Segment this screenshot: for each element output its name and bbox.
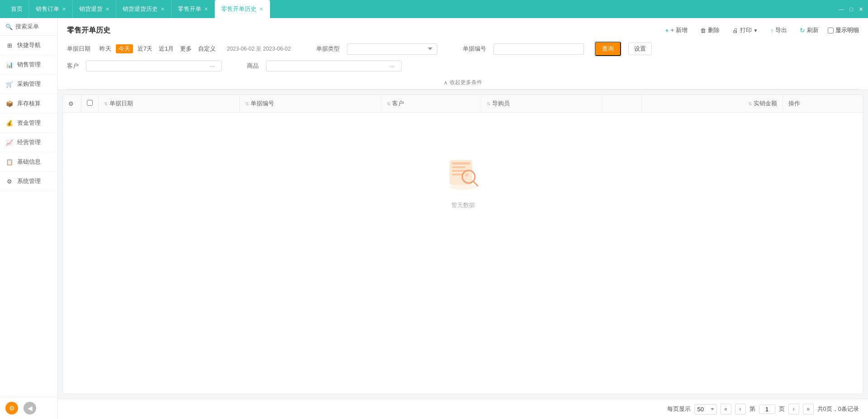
th-amount[interactable]: ⇅ 实销金额 — [641, 95, 783, 113]
type-filter-label: 单据类型 — [316, 45, 340, 53]
tab-retail-open-history[interactable]: 零售开单历史 ✕ — [215, 0, 270, 18]
date-more[interactable]: 更多 — [178, 44, 194, 53]
no-filter-input[interactable] — [493, 43, 584, 55]
collapse-label: 收起更多条件 — [450, 79, 482, 86]
empty-row: 暂无数据 — [63, 113, 863, 246]
delete-button[interactable]: 🗑 删除 — [697, 24, 723, 36]
date-custom[interactable]: 自定义 — [196, 44, 218, 53]
refresh-icon: ↻ — [800, 27, 805, 34]
display-checkbox[interactable] — [828, 28, 834, 33]
select-all-checkbox[interactable] — [87, 100, 93, 106]
display-toggle[interactable]: 显示明细 — [828, 26, 859, 34]
tab-sales-return-history-close[interactable]: ✕ — [161, 6, 165, 12]
type-filter-select[interactable] — [347, 43, 437, 55]
sidebar-item-operation-label: 经营管理 — [17, 138, 41, 146]
th-date[interactable]: ⇅ 单据日期 — [98, 95, 240, 113]
page-number-input[interactable] — [759, 405, 775, 414]
tab-sales-return-close[interactable]: ✕ — [105, 6, 109, 12]
tab-sales-order[interactable]: 销售订单 ✕ — [29, 0, 73, 18]
purchase-mgmt-icon: 🛒 — [5, 80, 14, 88]
last-page-button[interactable]: » — [803, 404, 814, 414]
th-checkbox[interactable] — [81, 95, 98, 113]
table-header-row: ⚙ ⇅ 单据日期 ⇅ — [63, 95, 863, 113]
tab-home[interactable]: 首页 — [5, 0, 29, 18]
sidebar-item-base-info[interactable]: 📋 基础信息 — [0, 152, 57, 172]
inventory-icon: 📦 — [5, 99, 14, 108]
sidebar-item-purchase-mgmt[interactable]: 🛒 采购管理 — [0, 75, 57, 94]
window-maximize[interactable]: □ — [849, 6, 853, 13]
table-settings-icon[interactable]: ⚙ — [68, 100, 74, 107]
tab-bar: 首页 销售订单 ✕ 销货退货 ✕ 销货退货历史 ✕ 零售开单 ✕ 零售开单历史 … — [0, 0, 868, 18]
goods-ellipsis[interactable]: ··· — [388, 62, 397, 70]
date-filter-label: 单据日期 — [67, 45, 90, 53]
add-button[interactable]: + + 新增 — [662, 24, 691, 36]
customer-filter-input[interactable] — [90, 63, 208, 70]
th-action: 操作 — [783, 95, 863, 113]
sidebar-item-inventory-label: 库存核算 — [17, 99, 41, 108]
sidebar-item-purchase-mgmt-label: 采购管理 — [17, 80, 41, 88]
svg-point-0 — [450, 184, 477, 190]
customer-ellipsis[interactable]: ··· — [208, 62, 217, 70]
date-last7[interactable]: 近7天 — [136, 44, 154, 53]
tab-retail-open[interactable]: 零售开单 ✕ — [171, 0, 215, 18]
th-settings[interactable]: ⚙ — [63, 95, 81, 113]
svg-line-7 — [473, 181, 478, 186]
sidebar-settings-icon[interactable]: ⚙ — [5, 402, 18, 414]
date-last-month[interactable]: 近1月 — [157, 44, 175, 53]
next-page-button[interactable]: › — [788, 404, 799, 414]
tab-sales-return[interactable]: 销货退货 ✕ — [73, 0, 116, 18]
main-layout: 搜索采单 ⊞ 快捷导航 📊 销售管理 🛒 采购管理 📦 库存核算 💰 资金管理 … — [0, 18, 868, 419]
svg-rect-3 — [452, 166, 465, 168]
date-yesterday[interactable]: 昨天 — [98, 44, 113, 53]
sort-salesperson-icon: ⇅ — [487, 101, 490, 106]
sidebar-item-inventory[interactable]: 📦 库存核算 — [0, 94, 57, 113]
export-button[interactable]: ↑ 导出 — [767, 24, 791, 36]
no-filter-label: 单据编号 — [463, 45, 486, 53]
print-icon: 🖨 — [732, 27, 738, 34]
print-button[interactable]: 🖨 打印 ▼ — [729, 24, 762, 36]
filter-row-customer: 客户 ··· 商品 ··· — [67, 61, 859, 71]
base-info-icon: 📋 — [5, 158, 14, 166]
goods-filter-input[interactable] — [270, 63, 388, 70]
export-icon: ↑ — [771, 27, 774, 34]
tab-sales-return-history[interactable]: 销货退货历史 ✕ — [116, 0, 171, 18]
date-shortcuts: 昨天 今天 近7天 近1月 更多 自定义 — [98, 44, 218, 53]
tab-sales-order-close[interactable]: ✕ — [62, 6, 66, 12]
sidebar-item-operation[interactable]: 📈 经营管理 — [0, 133, 57, 152]
sidebar-bottom: ⚙ ◀ — [0, 397, 57, 419]
prev-page-button[interactable]: ‹ — [735, 404, 746, 414]
window-controls: — □ ✕ — [838, 6, 863, 13]
search-icon — [5, 24, 13, 30]
window-minimize[interactable]: — — [838, 6, 844, 13]
collapse-bar[interactable]: ∧ 收起更多条件 — [67, 76, 859, 87]
operation-icon: 📈 — [5, 138, 14, 146]
th-no[interactable]: ⇅ 单据编号 — [240, 95, 381, 113]
tab-retail-open-close[interactable]: ✕ — [204, 6, 208, 12]
finance-icon: 💰 — [5, 119, 14, 127]
system-icon: ⚙ — [5, 177, 14, 185]
sidebar-collapse-icon[interactable]: ◀ — [24, 402, 36, 414]
th-salesperson[interactable]: ⇅ 导购员 — [481, 95, 602, 113]
query-button[interactable]: 查询 — [595, 42, 621, 56]
delete-icon: 🗑 — [700, 27, 706, 34]
th-customer[interactable]: ⇅ 客户 — [381, 95, 481, 113]
sidebar-search[interactable]: 搜索采单 — [0, 18, 57, 36]
print-chevron-icon: ▼ — [754, 28, 758, 33]
tab-retail-open-history-close[interactable]: ✕ — [259, 6, 263, 12]
page-size-select[interactable]: 50 10 20 100 — [694, 404, 717, 414]
window-close[interactable]: ✕ — [859, 6, 863, 13]
sidebar-item-sales-mgmt-label: 销售管理 — [17, 61, 41, 69]
content-area: 零售开单历史 + + 新增 🗑 删除 🖨 打印 ▼ — [58, 18, 868, 419]
date-today[interactable]: 今天 — [116, 44, 133, 53]
chevron-up-icon: ∧ — [444, 80, 448, 86]
settings-button[interactable]: 设置 — [628, 42, 652, 55]
sidebar-item-sales-mgmt[interactable]: 📊 销售管理 — [0, 55, 57, 75]
first-page-button[interactable]: « — [721, 404, 731, 414]
page-title: 零售开单历史 — [67, 26, 110, 35]
refresh-button[interactable]: ↻ 刷新 — [796, 24, 822, 36]
sidebar-item-quick-nav[interactable]: ⊞ 快捷导航 — [0, 36, 57, 55]
sort-customer-icon: ⇅ — [387, 101, 390, 106]
sidebar-item-finance[interactable]: 💰 资金管理 — [0, 113, 57, 133]
table-container: ⚙ ⇅ 单据日期 ⇅ — [62, 94, 863, 394]
sidebar-item-system[interactable]: ⚙ 系统管理 — [0, 172, 57, 191]
